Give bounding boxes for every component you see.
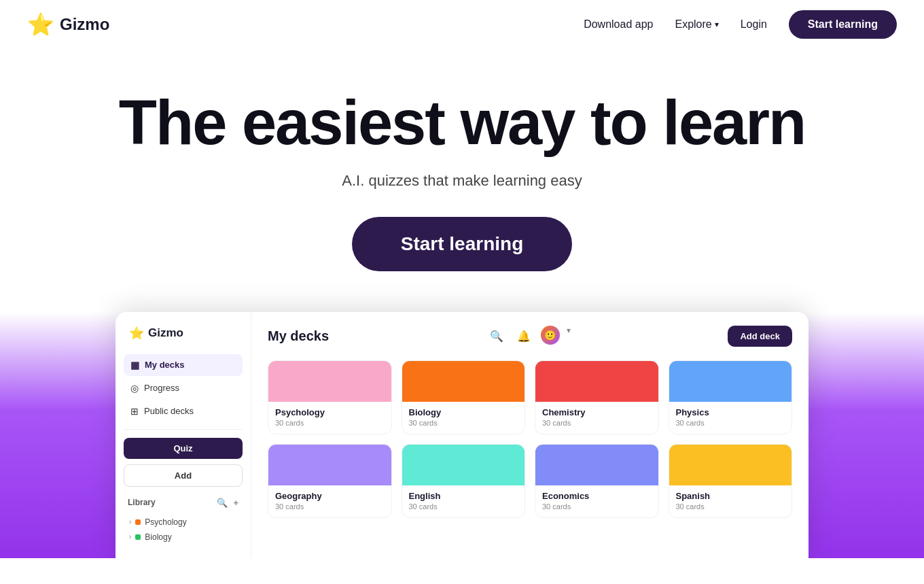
chevron-down-icon: ▾	[715, 20, 719, 29]
app-preview-wrapper: ⭐ Gizmo ▦ My decks ◎ Progress ⊞ Public d…	[0, 312, 924, 558]
avatar-chevron-icon[interactable]: ▾	[567, 326, 571, 346]
add-deck-button[interactable]: Add deck	[728, 326, 792, 347]
deck-card-economics[interactable]: Economics 30 cards	[535, 444, 659, 518]
app-user-avatar[interactable]: 🙂	[541, 326, 560, 345]
deck-count-spanish: 30 cards	[676, 502, 785, 511]
library-item-biology-label: Biology	[145, 532, 171, 542]
deck-color-economics	[535, 445, 658, 485]
progress-icon: ◎	[130, 383, 139, 394]
nav-links: Download app Explore ▾ Login Start learn…	[584, 10, 897, 39]
sidebar-item-publicdecks-label: Public decks	[144, 406, 194, 416]
deck-color-english	[402, 445, 525, 485]
app-main-content: My decks 🔍 🔔 🙂 ▾ Add deck Psycholo	[251, 312, 808, 558]
deck-count-geography: 30 cards	[275, 502, 385, 511]
deck-name-biology: Biology	[409, 407, 518, 417]
search-icon[interactable]: 🔍	[217, 498, 228, 508]
logo-star-icon: ⭐	[27, 12, 54, 37]
deck-color-chemistry	[535, 361, 658, 402]
app-main-header: My decks 🔍 🔔 🙂 ▾ Add deck	[268, 326, 792, 347]
deck-name-english: English	[409, 491, 518, 501]
deck-count-economics: 30 cards	[542, 502, 652, 511]
main-section-title: My decks	[268, 328, 329, 344]
deck-name-economics: Economics	[542, 491, 652, 501]
library-item-psychology-label: Psychology	[145, 517, 186, 527]
app-search-button[interactable]: 🔍	[486, 326, 507, 346]
deck-name-physics: Physics	[676, 407, 785, 417]
biology-color-dot	[135, 534, 141, 540]
library-header-icons[interactable]: 🔍 +	[217, 498, 238, 508]
login-link[interactable]: Login	[741, 18, 767, 31]
sidebar-action-buttons: Quiz Add	[124, 438, 243, 487]
deck-count-psychology: 30 cards	[275, 419, 385, 427]
hero-subtitle: A.I. quizzes that make learning easy	[27, 172, 897, 190]
deck-card-english[interactable]: English 30 cards	[402, 444, 526, 518]
sidebar-logo-text: Gizmo	[148, 326, 183, 340]
download-app-link[interactable]: Download app	[584, 18, 653, 31]
psychology-color-dot	[135, 519, 141, 525]
sidebar-item-mydecks-label: My decks	[145, 360, 185, 370]
deck-card-spanish[interactable]: Spanish 30 cards	[669, 444, 793, 518]
navbar: ⭐ Gizmo Download app Explore ▾ Login Sta…	[0, 0, 924, 49]
deck-name-psychology: Psychology	[275, 407, 385, 417]
sidebar-library-item-psychology[interactable]: › Psychology	[124, 515, 243, 530]
app-preview: ⭐ Gizmo ▦ My decks ◎ Progress ⊞ Public d…	[116, 312, 808, 558]
sidebar-item-progress[interactable]: ◎ Progress	[124, 377, 243, 399]
deck-card-physics[interactable]: Physics 30 cards	[669, 360, 793, 434]
decks-grid: Psychology 30 cards Biology 30 cards Che…	[268, 360, 792, 518]
explore-link[interactable]: Explore ▾	[675, 18, 718, 31]
deck-name-chemistry: Chemistry	[542, 407, 652, 417]
sidebar-add-button[interactable]: Add	[124, 464, 243, 487]
deck-card-geography[interactable]: Geography 30 cards	[268, 444, 392, 518]
sidebar-library-header: Library 🔍 +	[124, 495, 243, 511]
logo[interactable]: ⭐ Gizmo	[27, 12, 109, 37]
sidebar-quiz-button[interactable]: Quiz	[124, 438, 243, 459]
deck-name-spanish: Spanish	[676, 491, 785, 501]
add-icon[interactable]: +	[233, 498, 238, 508]
sidebar-item-mydecks[interactable]: ▦ My decks	[124, 354, 243, 376]
deck-card-psychology[interactable]: Psychology 30 cards	[268, 360, 392, 434]
deck-color-geography	[268, 445, 391, 485]
logo-text: Gizmo	[60, 15, 109, 34]
deck-count-english: 30 cards	[409, 502, 518, 511]
sidebar-item-publicdecks[interactable]: ⊞ Public decks	[124, 400, 243, 422]
deck-color-spanish	[669, 445, 792, 485]
deck-color-physics	[669, 361, 792, 402]
nav-start-learning-button[interactable]: Start learning	[789, 10, 897, 39]
deck-color-biology	[402, 361, 525, 402]
public-decks-icon: ⊞	[130, 406, 139, 417]
hero-section: The easiest way to learn A.I. quizzes th…	[0, 49, 924, 312]
sidebar-logo-star-icon: ⭐	[129, 326, 144, 341]
app-sidebar: ⭐ Gizmo ▦ My decks ◎ Progress ⊞ Public d…	[116, 312, 251, 558]
deck-name-geography: Geography	[275, 491, 385, 501]
hero-title: The easiest way to learn	[27, 90, 897, 156]
app-notifications-button[interactable]: 🔔	[514, 326, 534, 346]
hero-start-learning-button[interactable]: Start learning	[352, 217, 572, 271]
app-sidebar-logo[interactable]: ⭐ Gizmo	[124, 326, 243, 341]
sidebar-library-item-biology[interactable]: › Biology	[124, 530, 243, 545]
deck-card-chemistry[interactable]: Chemistry 30 cards	[535, 360, 659, 434]
deck-color-psychology	[268, 361, 391, 402]
decks-icon: ▦	[130, 360, 139, 371]
deck-count-chemistry: 30 cards	[542, 419, 652, 427]
sidebar-item-progress-label: Progress	[144, 383, 179, 393]
deck-card-biology[interactable]: Biology 30 cards	[402, 360, 526, 434]
deck-count-physics: 30 cards	[676, 419, 785, 427]
library-label: Library	[128, 498, 156, 507]
deck-count-biology: 30 cards	[409, 419, 518, 427]
